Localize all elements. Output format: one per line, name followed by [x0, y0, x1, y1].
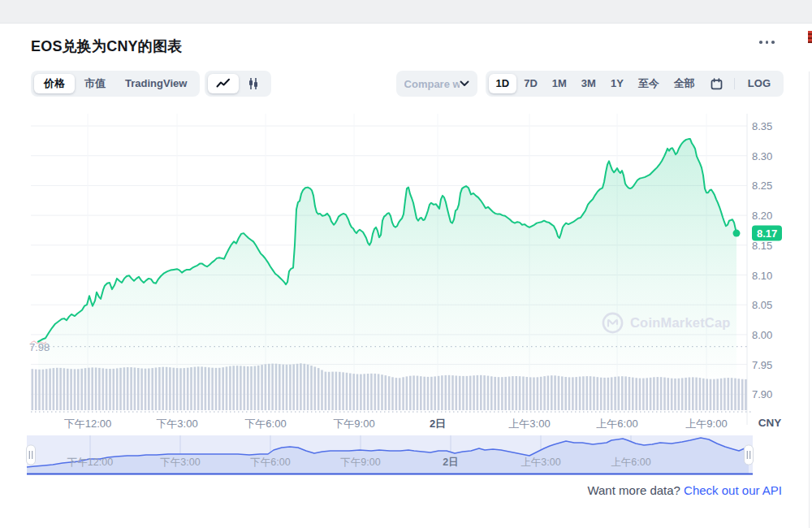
price-chart-canvas[interactable] [0, 0, 812, 528]
y-axis-label: 7.95 [752, 358, 772, 370]
x-axis-label: 下午3:00 [156, 417, 197, 431]
current-price-badge: 8.17 [752, 226, 782, 241]
clipped-icon-right-edge [808, 31, 812, 43]
y-axis-label: 8.25 [752, 180, 772, 192]
brush-x-label: 下午12:00 [67, 456, 113, 470]
brush-x-label: 上午3:00 [520, 456, 560, 470]
brush-handle-left[interactable] [27, 445, 36, 465]
y-axis-label: 8.10 [752, 269, 772, 281]
x-axis-label: 上午6:00 [596, 417, 637, 431]
api-promo-text: Want more data? [587, 483, 680, 497]
last-price-dot [733, 230, 741, 237]
x-axis-label: 上午9:00 [685, 417, 727, 431]
quote-currency-label: CNY [758, 417, 782, 429]
period-low-label: 7.98 [29, 341, 50, 353]
brush-x-label: 2日 [443, 456, 458, 470]
y-axis-label: 8.00 [752, 328, 772, 340]
y-axis-label: 8.30 [752, 149, 772, 162]
x-axis-label: 下午9:00 [333, 417, 374, 431]
brush-handle-right[interactable] [745, 445, 754, 465]
adjacent-card-edge [809, 71, 810, 528]
api-promo: Want more data? Check out our API [587, 483, 782, 497]
x-axis-label: 2日 [430, 417, 446, 431]
brush-x-label: 下午3:00 [160, 456, 200, 470]
brush-x-label: 上午6:00 [611, 456, 650, 470]
brush-x-label: 下午9:00 [340, 456, 380, 470]
api-link[interactable]: Check out our API [684, 483, 782, 497]
y-axis-label: 8.35 [752, 120, 772, 132]
x-axis-label: 下午6:00 [244, 417, 286, 431]
y-axis-label: 8.20 [752, 210, 772, 222]
x-axis-label: 下午12:00 [64, 417, 112, 431]
y-axis-label: 8.05 [752, 299, 772, 311]
y-axis-label: 7.90 [752, 388, 772, 400]
brush-x-label: 下午6:00 [250, 456, 290, 470]
x-axis-label: 上午3:00 [508, 417, 550, 431]
